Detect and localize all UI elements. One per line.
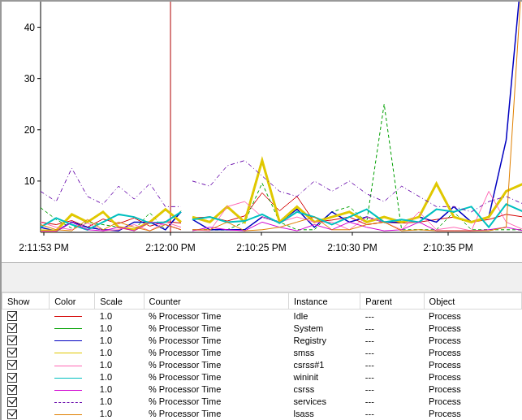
- table-row[interactable]: 1.0% Processor TimeIdle---Process: [2, 310, 522, 323]
- color-swatch: [54, 378, 82, 379]
- table-row[interactable]: 1.0% Processor Timecsrss---Process: [2, 383, 522, 396]
- cell-instance: csrss: [289, 383, 360, 396]
- cell-parent: ---: [360, 408, 424, 420]
- cell-parent: ---: [360, 310, 424, 323]
- cell-instance: Registry: [289, 334, 360, 346]
- cell-object: Process: [424, 346, 521, 358]
- header-show[interactable]: Show: [2, 293, 50, 310]
- cell-object: Process: [424, 310, 521, 323]
- show-checkbox[interactable]: [7, 311, 17, 321]
- cell-instance: lsass: [289, 408, 360, 420]
- cell-scale: 1.0: [95, 408, 144, 420]
- table-row[interactable]: 1.0% Processor Timecsrss#1---Process: [2, 358, 522, 370]
- chart-series-services: [41, 161, 522, 212]
- cell-scale: 1.0: [95, 396, 144, 408]
- table-header-row: Show Color Scale Counter Instance Parent…: [2, 293, 522, 310]
- y-tick-label: 20: [6, 124, 35, 136]
- header-instance[interactable]: Instance: [289, 293, 360, 310]
- cell-scale: 1.0: [95, 322, 144, 334]
- cell-object: Process: [424, 408, 521, 420]
- cell-parent: ---: [360, 334, 424, 346]
- x-tick-label: 2:10:30 PM: [327, 242, 377, 253]
- cell-scale: 1.0: [95, 370, 144, 383]
- chart-series-lsass: [41, 2, 522, 231]
- x-tick-label: 2:10:35 PM: [423, 242, 472, 253]
- table-row[interactable]: 1.0% Processor TimeRegistry---Process: [2, 334, 522, 346]
- cell-object: Process: [424, 370, 521, 383]
- chart-series-Registry: [41, 2, 522, 232]
- cell-object: Process: [424, 396, 521, 408]
- color-swatch: [54, 414, 82, 415]
- color-swatch: [54, 328, 82, 329]
- show-checkbox[interactable]: [7, 360, 17, 370]
- header-color[interactable]: Color: [50, 293, 95, 310]
- color-swatch: [54, 316, 82, 317]
- color-swatch: [54, 366, 82, 366]
- cell-scale: 1.0: [95, 310, 144, 323]
- cell-instance: smss: [289, 346, 360, 358]
- chart-series-smss: [41, 161, 522, 232]
- color-swatch: [54, 402, 82, 403]
- x-tick-label: 2:10:25 PM: [236, 242, 286, 253]
- cell-counter: % Processor Time: [144, 370, 289, 383]
- cell-scale: 1.0: [95, 346, 144, 358]
- show-checkbox[interactable]: [7, 336, 17, 345]
- cell-counter: % Processor Time: [144, 346, 289, 358]
- show-checkbox[interactable]: [7, 409, 17, 419]
- table-row[interactable]: 1.0% Processor TimeSystem---Process: [2, 322, 522, 334]
- cell-counter: % Processor Time: [144, 322, 289, 334]
- cell-counter: % Processor Time: [144, 408, 289, 420]
- show-checkbox[interactable]: [7, 385, 17, 395]
- color-swatch: [54, 353, 82, 353]
- cell-counter: % Processor Time: [144, 396, 289, 408]
- cell-object: Process: [424, 358, 521, 370]
- color-swatch: [54, 390, 82, 391]
- cell-counter: % Processor Time: [144, 334, 289, 346]
- table-row[interactable]: 1.0% Processor Timewininit---Process: [2, 370, 522, 383]
- color-swatch: [54, 340, 82, 341]
- cell-object: Process: [424, 334, 521, 346]
- table-row[interactable]: 1.0% Processor Timelsass---Process: [2, 408, 522, 420]
- counter-table: Show Color Scale Counter Instance Parent…: [2, 292, 522, 420]
- cell-counter: % Processor Time: [144, 383, 289, 396]
- cell-parent: ---: [360, 396, 424, 408]
- show-checkbox[interactable]: [7, 348, 17, 357]
- cell-parent: ---: [360, 346, 424, 358]
- cell-parent: ---: [360, 358, 424, 370]
- show-checkbox[interactable]: [7, 397, 17, 407]
- cell-scale: 1.0: [95, 334, 144, 346]
- y-tick-label: 40: [6, 22, 35, 33]
- cell-parent: ---: [360, 322, 424, 334]
- cell-parent: ---: [360, 383, 424, 396]
- splitter[interactable]: [2, 263, 522, 292]
- cell-instance: System: [289, 322, 360, 334]
- cell-instance: services: [289, 396, 360, 408]
- cell-object: Process: [424, 322, 521, 334]
- y-tick-label: 30: [6, 73, 35, 84]
- x-tick-label: 2:12:00 PM: [145, 242, 195, 253]
- table-row[interactable]: 1.0% Processor Timesmss---Process: [2, 346, 522, 358]
- header-parent[interactable]: Parent: [360, 293, 424, 310]
- cell-object: Process: [424, 383, 521, 396]
- cell-counter: % Processor Time: [144, 310, 289, 323]
- cell-instance: csrss#1: [289, 358, 360, 370]
- cell-scale: 1.0: [95, 358, 144, 370]
- table-row[interactable]: 1.0% Processor Timeservices---Process: [2, 396, 522, 408]
- header-object[interactable]: Object: [424, 293, 521, 310]
- header-counter[interactable]: Counter: [144, 293, 289, 310]
- x-tick-label: 2:11:53 PM: [19, 242, 68, 253]
- show-checkbox[interactable]: [7, 373, 17, 383]
- cell-instance: wininit: [289, 370, 360, 383]
- performance-chart[interactable]: 10203040 2:11:53 PM2:12:00 PM2:10:25 PM2…: [2, 2, 522, 263]
- y-tick-label: 10: [6, 175, 35, 187]
- cell-parent: ---: [360, 370, 424, 383]
- cell-counter: % Processor Time: [144, 358, 289, 370]
- cell-scale: 1.0: [95, 383, 144, 396]
- cell-instance: Idle: [289, 310, 360, 323]
- header-scale[interactable]: Scale: [95, 293, 144, 310]
- show-checkbox[interactable]: [7, 323, 17, 333]
